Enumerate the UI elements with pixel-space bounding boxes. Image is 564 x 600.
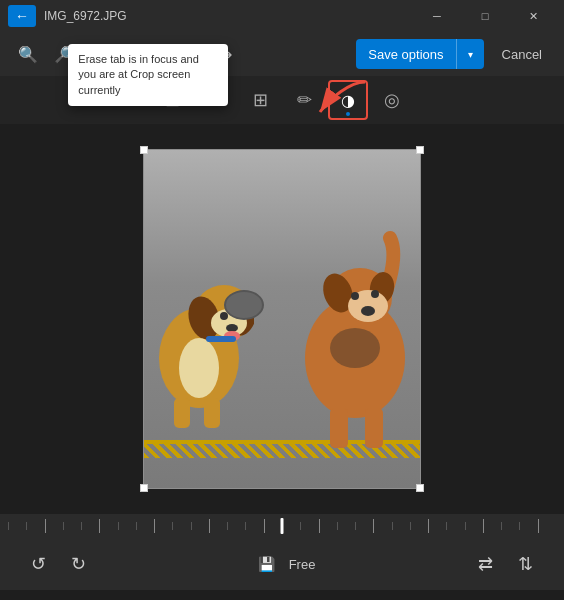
image-frame xyxy=(143,149,421,489)
back-button[interactable]: ← xyxy=(8,5,36,27)
tab-markup[interactable]: ✏ xyxy=(284,80,324,120)
aspect-label[interactable]: Free xyxy=(289,557,316,572)
ruler-mark xyxy=(136,522,154,530)
svg-rect-23 xyxy=(365,408,383,448)
tab-redeye[interactable]: ◎ xyxy=(372,80,412,120)
title-bar: ← IMG_6972.JPG ─ □ ✕ xyxy=(0,0,564,32)
tab-filter[interactable]: ⊞ xyxy=(240,80,280,120)
ruler-mark-major xyxy=(154,519,172,533)
ruler-mark xyxy=(519,522,537,530)
flip-horizontal-button[interactable]: ⇄ xyxy=(468,546,504,582)
ruler-mark xyxy=(118,522,136,530)
redeye-icon: ◎ xyxy=(384,89,400,111)
markup-icon: ✏ xyxy=(297,89,312,111)
svg-point-20 xyxy=(371,290,379,298)
save-options-button[interactable]: Save options ▾ xyxy=(356,39,483,69)
ruler-mark xyxy=(81,522,99,530)
svg-point-11 xyxy=(226,324,238,332)
flip-vertical-button[interactable]: ⇅ xyxy=(508,546,544,582)
ruler-mark xyxy=(446,522,464,530)
svg-point-21 xyxy=(361,306,375,316)
undo-redo-group: ↺ ↻ xyxy=(20,546,96,582)
main-toolbar: 🔍 🔎 ⊡ Reset ↩ ↪ Erase tab is in focus an… xyxy=(0,32,564,76)
title-bar-controls: ─ □ ✕ xyxy=(414,0,556,32)
handle-br[interactable] xyxy=(416,484,424,492)
photo xyxy=(144,150,420,488)
close-button[interactable]: ✕ xyxy=(510,0,556,32)
title-bar-left: ← IMG_6972.JPG xyxy=(8,5,127,27)
dog-right xyxy=(290,218,420,448)
minimize-button[interactable]: ─ xyxy=(414,0,460,32)
ruler-mark-major xyxy=(209,519,227,533)
zoom-in-button[interactable]: 🔍 xyxy=(12,38,44,70)
ruler-mark xyxy=(282,522,300,530)
svg-rect-6 xyxy=(174,398,190,428)
drain xyxy=(224,290,264,320)
ruler-mark xyxy=(172,522,190,530)
cancel-button[interactable]: Cancel xyxy=(492,43,552,66)
save-options-chevron-icon: ▾ xyxy=(456,39,484,69)
canvas-area xyxy=(0,124,564,514)
ruler-mark-major xyxy=(45,519,63,533)
ruler-mark xyxy=(465,522,483,530)
ruler-mark-major xyxy=(99,519,117,533)
ruler-mark-major xyxy=(538,519,556,533)
ruler-mark-major xyxy=(319,519,337,533)
dog-left xyxy=(144,228,254,428)
save-button[interactable]: 💾 xyxy=(249,546,285,582)
ruler-mark xyxy=(63,522,81,530)
ruler-mark xyxy=(300,522,318,530)
undo-button[interactable]: ↺ xyxy=(20,546,56,582)
bottom-toolbar: ↺ ↻ 💾 Free ⇄ ⇅ xyxy=(0,538,564,590)
svg-point-24 xyxy=(330,328,380,368)
svg-rect-13 xyxy=(206,336,236,342)
ruler-mark-major xyxy=(264,519,282,533)
ruler-mark xyxy=(8,522,26,530)
ruler-mark xyxy=(337,522,355,530)
ruler-strip xyxy=(0,514,564,538)
tooltip: Erase tab is in focus and you are at Cro… xyxy=(68,44,228,106)
ruler-mark xyxy=(410,522,428,530)
ruler-mark-major xyxy=(428,519,446,533)
tab-erase[interactable]: ◑ xyxy=(328,80,368,120)
redo-button[interactable]: ↻ xyxy=(60,546,96,582)
ruler-mark xyxy=(501,522,519,530)
filter-icon: ⊞ xyxy=(253,89,268,111)
ruler-mark xyxy=(355,522,373,530)
handle-tl[interactable] xyxy=(140,146,148,154)
ruler-mark xyxy=(392,522,410,530)
toolbar-right: Erase tab is in focus and you are at Cro… xyxy=(348,39,552,69)
svg-point-5 xyxy=(179,338,219,398)
svg-point-19 xyxy=(351,292,359,300)
ruler-mark xyxy=(227,522,245,530)
handle-tr[interactable] xyxy=(416,146,424,154)
back-icon: ← xyxy=(15,8,29,24)
ruler-mark-major xyxy=(483,519,501,533)
window-title: IMG_6972.JPG xyxy=(44,9,127,23)
svg-rect-7 xyxy=(204,398,220,428)
erase-icon: ◑ xyxy=(341,91,355,110)
ruler-indicator xyxy=(281,518,284,534)
save-group: 💾 Free xyxy=(249,546,316,582)
flip-group: ⇄ ⇅ xyxy=(468,546,544,582)
handle-bl[interactable] xyxy=(140,484,148,492)
maximize-button[interactable]: □ xyxy=(462,0,508,32)
svg-rect-22 xyxy=(330,408,348,448)
ruler-mark-major xyxy=(373,519,391,533)
ruler-mark xyxy=(26,522,44,530)
ruler-mark xyxy=(245,522,263,530)
ruler-mark xyxy=(191,522,209,530)
